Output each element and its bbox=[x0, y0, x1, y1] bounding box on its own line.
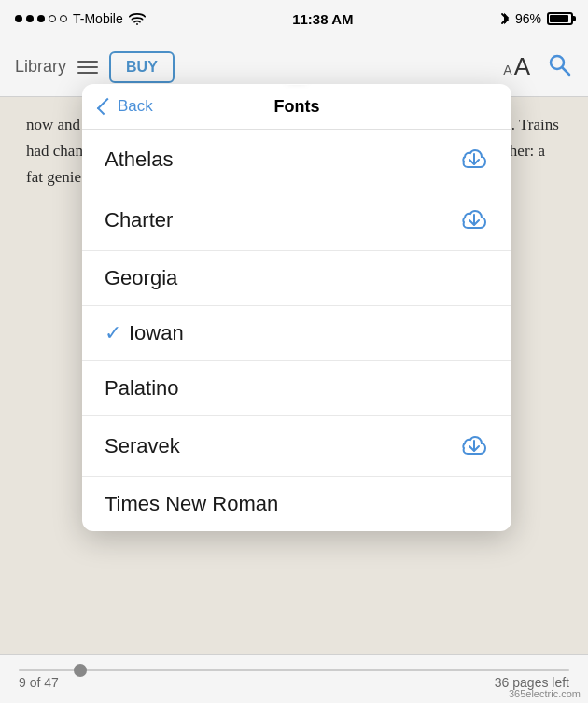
download-icon-seravek bbox=[459, 431, 489, 461]
font-item-iowan[interactable]: ✓ Iowan bbox=[82, 306, 511, 361]
download-icon-athelas bbox=[459, 145, 489, 175]
status-right: 96% bbox=[500, 11, 573, 26]
search-button[interactable] bbox=[547, 52, 573, 81]
dot-5 bbox=[60, 15, 67, 22]
font-name-palatino: Palatino bbox=[105, 376, 179, 401]
dot-4 bbox=[49, 15, 56, 22]
popup-title: Fonts bbox=[274, 97, 320, 117]
font-name-seravek: Seravek bbox=[105, 434, 180, 458]
watermark: 365electric.com bbox=[509, 688, 581, 699]
battery-icon bbox=[547, 12, 573, 25]
menu-icon[interactable] bbox=[77, 61, 98, 74]
dot-2 bbox=[26, 15, 34, 22]
font-name-times-new-roman: Times New Roman bbox=[105, 492, 278, 516]
toolbar-right: A A bbox=[503, 52, 573, 81]
font-item-left-tnr: Times New Roman bbox=[105, 492, 278, 516]
font-name-charter: Charter bbox=[105, 208, 173, 232]
font-name-georgia: Georgia bbox=[105, 266, 177, 290]
font-item-charter[interactable]: Charter bbox=[82, 190, 511, 251]
menu-line-3 bbox=[77, 72, 98, 74]
svg-line-3 bbox=[563, 68, 570, 76]
buy-button[interactable]: BUY bbox=[109, 51, 175, 83]
font-name-athelas: Athelas bbox=[105, 148, 173, 172]
bottom-info: 9 of 47 36 pages left bbox=[19, 675, 569, 690]
font-item-left-charter: Charter bbox=[105, 208, 173, 232]
font-item-left-palatino: Palatino bbox=[105, 376, 179, 401]
page-info: 9 of 47 bbox=[19, 675, 59, 690]
bluetooth-icon bbox=[500, 11, 510, 26]
checkmark-icon: ✓ bbox=[105, 321, 121, 345]
progress-thumb[interactable] bbox=[74, 664, 87, 677]
font-name-iowan: Iowan bbox=[129, 321, 184, 345]
font-item-palatino[interactable]: Palatino bbox=[82, 361, 511, 416]
font-item-left-iowan: ✓ Iowan bbox=[105, 321, 184, 345]
fonts-popup: Back Fonts Athelas Charter bbox=[82, 84, 511, 531]
carrier-label: T-Mobile bbox=[73, 11, 123, 26]
font-item-seravek[interactable]: Seravek bbox=[82, 416, 511, 477]
font-item-left-seravek: Seravek bbox=[105, 434, 180, 458]
font-size-small: A bbox=[503, 63, 511, 77]
status-left: T-Mobile bbox=[15, 11, 146, 26]
font-size-control[interactable]: A A bbox=[503, 52, 530, 81]
back-label: Back bbox=[118, 97, 153, 116]
download-icon-charter bbox=[459, 205, 489, 235]
font-size-large: A bbox=[514, 52, 530, 81]
battery-percent: 96% bbox=[515, 11, 541, 26]
library-button[interactable]: Library bbox=[15, 57, 66, 77]
svg-point-0 bbox=[136, 23, 138, 25]
font-item-left-georgia: Georgia bbox=[105, 266, 177, 290]
chevron-left-icon bbox=[97, 98, 114, 115]
font-item-times-new-roman[interactable]: Times New Roman bbox=[82, 477, 511, 531]
wifi-icon bbox=[129, 12, 146, 25]
toolbar-left: Library BUY bbox=[15, 51, 175, 83]
popup-header: Back Fonts bbox=[82, 84, 511, 130]
dot-3 bbox=[37, 15, 45, 22]
font-list: Athelas Charter Georgia bbox=[82, 130, 511, 531]
search-icon bbox=[547, 52, 573, 78]
font-item-georgia[interactable]: Georgia bbox=[82, 251, 511, 306]
font-item-left-athelas: Athelas bbox=[105, 148, 173, 172]
progress-track[interactable] bbox=[19, 669, 569, 671]
status-bar: T-Mobile 11:38 AM 96% bbox=[0, 0, 588, 37]
menu-line-2 bbox=[77, 66, 98, 68]
font-item-athelas[interactable]: Athelas bbox=[82, 130, 511, 190]
signal-dots bbox=[15, 15, 67, 22]
bottom-bar: 9 of 47 36 pages left bbox=[0, 654, 588, 703]
back-button[interactable]: Back bbox=[101, 97, 153, 116]
menu-line-1 bbox=[77, 61, 98, 63]
dot-1 bbox=[15, 15, 22, 22]
status-time: 11:38 AM bbox=[292, 11, 353, 27]
